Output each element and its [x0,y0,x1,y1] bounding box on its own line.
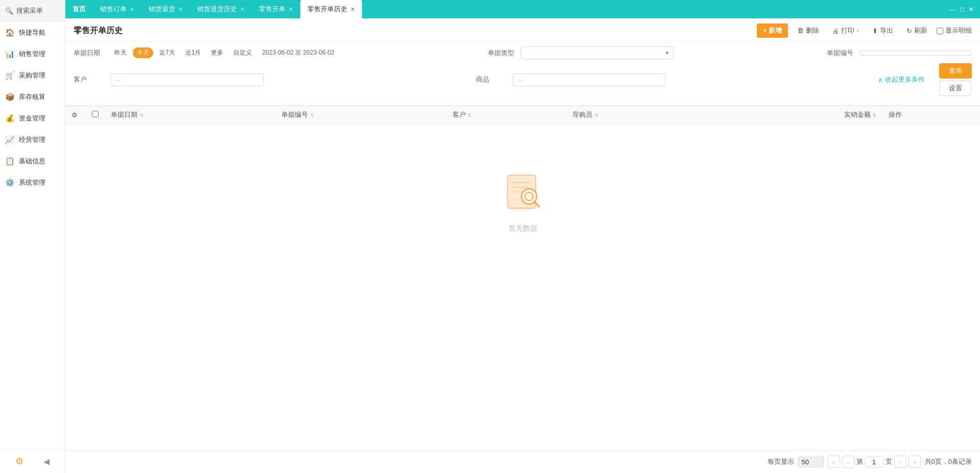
select-all-checkbox[interactable] [92,111,99,117]
order-no-input[interactable] [859,51,972,56]
th-amount-label: 实销金额 [844,111,871,118]
current-page-input[interactable]: 1 [865,457,883,467]
sidebar-item-label: 经营管理 [19,135,45,144]
sidebar-item-label: 采购管理 [19,71,45,80]
date-btn-more[interactable]: 更多 [207,47,227,58]
tab-retail-open[interactable]: 零售开单 ✕ [252,0,300,18]
collapse-icon: ∧ [878,76,883,84]
th-settings[interactable]: ⚙ [65,106,86,124]
clipboard-icon: 📋 [5,157,15,166]
print-label: 打印 [841,26,854,35]
th-amount[interactable]: 实销金额 ⇅ [712,106,882,124]
collapse-label: 收起更多条件 [885,75,925,84]
first-page-btn[interactable]: « [828,456,840,468]
page-total-label: 页 [886,457,892,466]
sort-salesperson-icon: ⇅ [594,112,599,118]
date-btn-yesterday[interactable]: 昨天 [110,47,131,58]
prev-page-btn[interactable]: ‹ [842,456,854,468]
type-label: 单据类型 [488,48,514,58]
tab-sales-order[interactable]: 销售订单 ✕ [93,0,141,18]
sidebar-item-inventory[interactable]: 📦 库存核算 [0,86,65,108]
trending-icon: 📈 [5,135,15,144]
page-label: 第 [856,457,863,466]
th-date[interactable]: 单据日期 ⇅ [105,106,275,124]
export-button[interactable]: ⬆ 导出 [868,24,897,37]
refresh-label: 刷新 [914,26,927,35]
display-detail-input[interactable] [937,28,943,34]
date-btn-1month[interactable]: 近1月 [181,47,205,58]
date-btn-custom[interactable]: 自定义 [229,47,256,58]
date-label: 单据日期 [74,48,104,58]
tab-retail-history[interactable]: 零售开单历史 ✕ [300,0,362,18]
maximize-button[interactable]: □ [960,6,964,13]
empty-state-row: 暂无数据 [65,124,980,275]
goods-placeholder: ··· [517,76,523,84]
tab-sales-order-close[interactable]: ✕ [130,6,134,13]
gear-icon: ⚙️ [5,178,15,187]
tab-sales-return-history-label: 销货退货历史 [197,5,237,14]
th-order-no[interactable]: 单据编号 ⇅ [275,106,446,124]
toolbar: + 新增 🗑 删除 🖨 打印 ▾ ⬆ 导出 ↻ 刷新 显示明细 [757,23,972,38]
goods-input[interactable]: ··· [513,73,666,86]
refresh-icon: ↻ [906,27,912,35]
delete-button[interactable]: 🗑 删除 [793,24,823,37]
collapse-sidebar-icon[interactable]: ◀ [43,457,50,466]
search-icon: 🔍 [5,7,13,15]
collapse-filter-btn[interactable]: ∧ 收起更多条件 [878,75,925,84]
add-button[interactable]: + 新增 [757,23,788,38]
type-select-arrow: ▾ [665,49,669,57]
minimize-button[interactable]: — [949,6,956,13]
sort-customer-icon: ⇅ [467,112,471,118]
export-icon: ⬆ [872,27,878,35]
data-table: ⚙ 单据日期 ⇅ 单据编号 ⇅ 客户 [65,106,980,274]
sidebar-item-ops[interactable]: 📈 经营管理 [0,129,65,151]
th-customer[interactable]: 客户 ⇅ [446,106,566,124]
prev-page-icon: ‹ [847,458,849,466]
display-detail-checkbox[interactable]: 显示明细 [937,26,972,35]
date-btn-today[interactable]: 今天 [133,47,153,58]
sidebar-search-label: 搜索采单 [16,6,43,15]
customer-input[interactable]: ··· [110,73,264,86]
sidebar-item-label: 系统管理 [19,178,45,187]
settings-bottom-icon[interactable]: ⚙ [15,456,23,467]
close-button[interactable]: ✕ [968,6,974,13]
sidebar-item-label: 快捷导航 [19,28,45,37]
th-salesperson[interactable]: 导购员 ⇅ [566,106,712,124]
tab-sales-return-history-close[interactable]: ✕ [240,6,245,13]
table-container: ⚙ 单据日期 ⇅ 单据编号 ⇅ 客户 [65,106,980,450]
sort-date-icon: ⇅ [139,112,144,118]
sidebar-item-quick-nav[interactable]: 🏠 快捷导航 [0,22,65,43]
chart-icon: 📊 [5,49,15,59]
th-customer-label: 客户 [452,111,466,118]
tab-home[interactable]: 首页 [65,0,93,18]
pagination: 每页显示 10 20 50 100 « ‹ 第 1 页 [65,450,980,473]
sidebar-search[interactable]: 🔍 搜索采单 [0,0,65,22]
next-page-btn[interactable]: › [894,456,906,468]
tab-sales-return[interactable]: 销货退货 ✕ [141,0,190,18]
settings-button[interactable]: 设置 [939,81,972,96]
date-btn-7days[interactable]: 近7天 [155,47,179,58]
last-page-btn[interactable]: » [909,456,921,468]
goods-label: 商品 [476,75,507,84]
tab-retail-history-close[interactable]: ✕ [350,6,355,13]
query-button[interactable]: 查询 [939,63,972,79]
type-select[interactable]: ▾ [520,46,674,59]
tab-sales-return-close[interactable]: ✕ [178,6,183,13]
sidebar-item-base-info[interactable]: 📋 基础信息 [0,151,65,172]
main-area: 首页 销售订单 ✕ 销货退货 ✕ 销货退货历史 ✕ 零售开单 ✕ 零售开单历史 … [65,0,980,473]
tab-retail-open-close[interactable]: ✕ [289,6,293,13]
sidebar-item-finance[interactable]: 💰 资金管理 [0,108,65,129]
print-button[interactable]: 🖨 打印 ▾ [828,24,863,37]
refresh-button[interactable]: ↻ 刷新 [902,24,931,37]
page-size-select[interactable]: 10 20 50 100 [798,457,824,467]
sidebar-item-purchase-mgmt[interactable]: 🛒 采购管理 [0,65,65,86]
sort-amount-icon: ⇅ [872,112,876,118]
th-checkbox[interactable] [86,106,105,124]
sidebar-item-sales-mgmt[interactable]: 📊 销售管理 [0,43,65,65]
home-icon: 🏠 [5,28,15,37]
th-action-label: 操作 [889,111,902,118]
page-header: 零售开单历史 + 新增 🗑 删除 🖨 打印 ▾ ⬆ 导出 ↻ 刷新 [65,18,980,41]
tab-sales-return-history[interactable]: 销货退货历史 ✕ [190,0,252,18]
sidebar: 🔍 搜索采单 🏠 快捷导航 📊 销售管理 🛒 采购管理 📦 库存核算 💰 资金管… [0,0,65,473]
sidebar-item-sys-mgmt[interactable]: ⚙️ 系统管理 [0,172,65,193]
